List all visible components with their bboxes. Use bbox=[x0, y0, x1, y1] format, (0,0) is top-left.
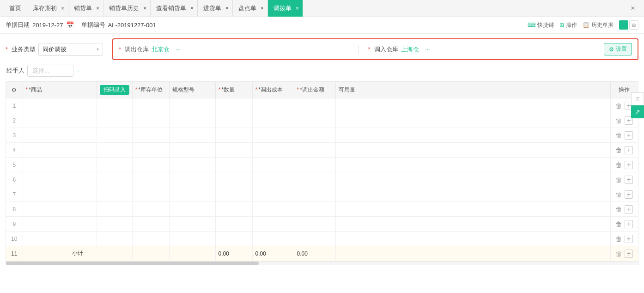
shortcut-button[interactable]: ⌨ 快捷键 bbox=[528, 21, 554, 29]
goods-cell[interactable] bbox=[23, 187, 97, 202]
amount-cell[interactable] bbox=[294, 202, 335, 217]
copy-icon[interactable]: + bbox=[625, 161, 633, 169]
tab-view-sales-close[interactable]: × bbox=[190, 5, 194, 12]
qty-cell[interactable] bbox=[215, 172, 252, 187]
agent-more[interactable]: ··· bbox=[76, 67, 81, 74]
cost-cell[interactable] bbox=[252, 128, 294, 143]
qty-cell[interactable] bbox=[215, 232, 252, 246]
goods-cell[interactable] bbox=[23, 98, 97, 113]
delete-icon[interactable]: 🗑 bbox=[615, 235, 622, 243]
agent-select[interactable]: 选择... bbox=[27, 65, 73, 77]
delete-icon[interactable]: 🗑 bbox=[615, 102, 622, 110]
qty-cell[interactable] bbox=[215, 113, 252, 128]
spec-cell[interactable] bbox=[169, 158, 215, 172]
right-panel-list-btn[interactable]: ≡ bbox=[631, 92, 644, 105]
delete-icon[interactable]: 🗑 bbox=[615, 191, 622, 198]
warehouse-settings-button[interactable]: ⚙ 设置 bbox=[604, 43, 632, 55]
goods-cell[interactable] bbox=[23, 158, 97, 172]
tab-view-sales[interactable]: 查看销货单 × bbox=[151, 0, 198, 17]
tab-transfer-order[interactable]: 调拨单 × bbox=[268, 0, 303, 17]
amount-cell[interactable] bbox=[294, 98, 335, 113]
delete-icon[interactable]: 🗑 bbox=[615, 161, 622, 169]
th-settings[interactable]: ⚙ bbox=[6, 82, 23, 98]
goods-cell[interactable] bbox=[23, 143, 97, 158]
right-panel-export-btn[interactable]: ↗ bbox=[631, 105, 644, 118]
amount-cell[interactable] bbox=[294, 187, 335, 202]
delete-icon[interactable]: 🗑 bbox=[615, 117, 622, 124]
tab-sales-history-close[interactable]: × bbox=[143, 5, 146, 12]
cost-cell[interactable] bbox=[252, 202, 294, 217]
unit-cell[interactable] bbox=[132, 128, 169, 143]
tab-home[interactable]: 首页 bbox=[4, 0, 27, 17]
qty-cell[interactable] bbox=[215, 128, 252, 143]
copy-icon[interactable]: + bbox=[625, 190, 633, 199]
spec-cell[interactable] bbox=[169, 172, 215, 187]
spec-cell[interactable] bbox=[169, 113, 215, 128]
in-warehouse-more[interactable]: ··· bbox=[425, 46, 430, 53]
calendar-icon[interactable]: 📅 bbox=[66, 21, 74, 29]
cost-cell[interactable] bbox=[252, 113, 294, 128]
tab-inventory-init[interactable]: 库存期初 × bbox=[27, 0, 68, 17]
amount-cell[interactable] bbox=[294, 172, 335, 187]
history-button[interactable]: 📋 历史单据 bbox=[583, 21, 614, 29]
amount-cell[interactable] bbox=[294, 158, 335, 172]
copy-icon[interactable]: + bbox=[625, 131, 633, 140]
qty-cell[interactable] bbox=[215, 202, 252, 217]
spec-cell[interactable] bbox=[169, 232, 215, 246]
tab-inventory-check[interactable]: 盘点单 × bbox=[233, 0, 268, 17]
layout-grid-btn[interactable]: ⊞ bbox=[629, 20, 638, 30]
copy-icon[interactable]: + bbox=[625, 176, 633, 184]
subtotal-copy-icon[interactable]: + bbox=[625, 250, 633, 258]
cost-cell[interactable] bbox=[252, 172, 294, 187]
unit-cell[interactable] bbox=[132, 98, 169, 113]
amount-cell[interactable] bbox=[294, 232, 335, 246]
spec-cell[interactable] bbox=[169, 202, 215, 217]
horizontal-scrollbar[interactable] bbox=[6, 261, 638, 265]
cost-cell[interactable] bbox=[252, 187, 294, 202]
cost-cell[interactable] bbox=[252, 217, 294, 232]
cost-cell[interactable] bbox=[252, 143, 294, 158]
qty-cell[interactable] bbox=[215, 98, 252, 113]
spec-cell[interactable] bbox=[169, 98, 215, 113]
spec-cell[interactable] bbox=[169, 217, 215, 232]
cost-cell[interactable] bbox=[252, 98, 294, 113]
tab-sales-history[interactable]: 销货单历史 × bbox=[103, 0, 151, 17]
layout-list-btn[interactable] bbox=[619, 20, 628, 30]
tab-sales-order[interactable]: 销货单 × bbox=[68, 0, 103, 17]
qty-cell[interactable] bbox=[215, 143, 252, 158]
goods-cell[interactable] bbox=[23, 128, 97, 143]
qty-cell[interactable] bbox=[215, 187, 252, 202]
delete-icon[interactable]: 🗑 bbox=[615, 146, 622, 154]
in-warehouse-value[interactable]: 上海仓 bbox=[401, 45, 419, 54]
delete-icon[interactable]: 🗑 bbox=[615, 220, 622, 228]
copy-icon[interactable]: + bbox=[625, 205, 633, 214]
amount-cell[interactable] bbox=[294, 128, 335, 143]
qty-cell[interactable] bbox=[215, 158, 252, 172]
cost-cell[interactable] bbox=[252, 232, 294, 246]
delete-icon[interactable]: 🗑 bbox=[615, 176, 622, 183]
qty-cell[interactable] bbox=[215, 217, 252, 232]
amount-cell[interactable] bbox=[294, 143, 335, 158]
scrollbar-thumb[interactable] bbox=[6, 262, 259, 265]
unit-cell[interactable] bbox=[132, 158, 169, 172]
cost-cell[interactable] bbox=[252, 158, 294, 172]
tab-purchase-order-close[interactable]: × bbox=[225, 5, 229, 12]
window-close-button[interactable]: × bbox=[626, 1, 640, 16]
unit-cell[interactable] bbox=[132, 113, 169, 128]
goods-cell[interactable] bbox=[23, 232, 97, 246]
tab-purchase-order[interactable]: 进货单 × bbox=[198, 0, 233, 17]
goods-cell[interactable] bbox=[23, 172, 97, 187]
subtotal-delete-icon[interactable]: 🗑 bbox=[615, 250, 622, 257]
goods-cell[interactable] bbox=[23, 113, 97, 128]
amount-cell[interactable] bbox=[294, 217, 335, 232]
goods-cell[interactable] bbox=[23, 202, 97, 217]
spec-cell[interactable] bbox=[169, 128, 215, 143]
unit-cell[interactable] bbox=[132, 232, 169, 246]
copy-icon[interactable]: + bbox=[625, 220, 633, 228]
unit-cell[interactable] bbox=[132, 143, 169, 158]
copy-icon[interactable]: + bbox=[625, 235, 633, 243]
date-value[interactable]: 2019-12-27 bbox=[32, 22, 63, 29]
tab-sales-order-close[interactable]: × bbox=[96, 5, 99, 12]
goods-cell[interactable] bbox=[23, 217, 97, 232]
table-settings-icon[interactable]: ⚙ bbox=[12, 87, 17, 93]
